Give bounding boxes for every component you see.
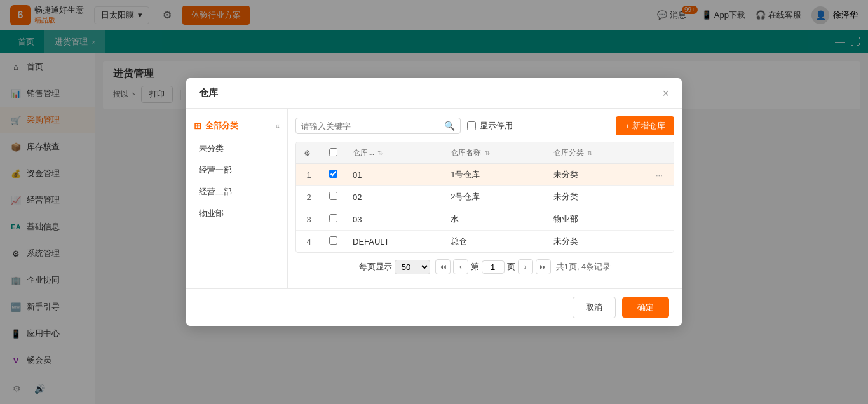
- category-title-label: 全部分类: [205, 120, 238, 131]
- col-settings[interactable]: ⚙: [296, 142, 322, 164]
- row-num: 1: [296, 164, 322, 186]
- page-navigation: ⏮ ‹ 第 页 › ⏭: [435, 259, 551, 274]
- row-more-icon[interactable]: ···: [656, 170, 663, 180]
- show-disabled-checkbox[interactable]: [467, 121, 476, 130]
- modal-content-area: 🔍 显示停用 + 新增仓库: [288, 109, 682, 288]
- first-page-button[interactable]: ⏮: [435, 259, 451, 274]
- per-page-label: 每页显示: [359, 261, 392, 273]
- modal-footer: 取消 确定: [186, 288, 682, 326]
- row-category: 物业部: [546, 208, 648, 231]
- modal-pagination: 每页显示 50 20 100 ⏮ ‹ 第 页 ›: [295, 253, 674, 281]
- row-category: 未分类: [546, 164, 648, 186]
- row-actions[interactable]: [648, 186, 674, 208]
- sort-icon-name: ⇅: [485, 149, 490, 156]
- grid-icon: ⊞: [194, 121, 201, 131]
- row-actions[interactable]: [648, 231, 674, 253]
- modal-sidebar-header: ⊞ 全部分类 «: [186, 116, 287, 138]
- search-input[interactable]: [301, 121, 444, 131]
- row-num: 2: [296, 186, 322, 208]
- row-num: 4: [296, 231, 322, 253]
- page-unit: 页: [507, 261, 515, 273]
- search-box: 🔍: [295, 118, 461, 134]
- col-category-label: 仓库分类: [553, 148, 584, 157]
- col-code-header: 仓库... ⇅: [345, 142, 443, 164]
- row-name: 总仓: [443, 231, 545, 253]
- warehouse-table: ⚙ 仓库... ⇅ 仓库名称 ⇅: [295, 142, 674, 253]
- row-num: 3: [296, 208, 322, 231]
- add-btn-label: 新增仓库: [632, 120, 665, 131]
- prev-page-button[interactable]: ‹: [453, 259, 468, 274]
- page-label: 第: [471, 261, 479, 273]
- page-summary: 共1页, 4条记录: [556, 261, 611, 273]
- last-page-button[interactable]: ⏭: [536, 259, 551, 274]
- modal-category-sidebar: ⊞ 全部分类 « 未分类 经营一部 经营二部 物业部: [186, 109, 288, 288]
- modal-toolbar: 🔍 显示停用 + 新增仓库: [295, 116, 674, 135]
- table-row[interactable]: 1 01 1号仓库 未分类 ···: [296, 164, 674, 186]
- col-category-header: 仓库分类 ⇅: [546, 142, 648, 164]
- table-row[interactable]: 3 03 水 物业部: [296, 208, 674, 231]
- col-name-label: 仓库名称: [451, 148, 481, 157]
- modal-header: 仓库 ×: [186, 78, 682, 109]
- modal-body: ⊞ 全部分类 « 未分类 经营一部 经营二部 物业部 🔍: [186, 109, 682, 288]
- show-disabled-label: 显示停用: [480, 120, 513, 131]
- collapse-button[interactable]: «: [275, 121, 280, 130]
- category-item-ops1[interactable]: 经营一部: [186, 159, 287, 181]
- plus-icon: +: [625, 121, 630, 131]
- confirm-button[interactable]: 确定: [622, 297, 669, 318]
- row-code: 03: [345, 208, 443, 231]
- row-actions[interactable]: ···: [648, 164, 674, 186]
- page-size-area: 每页显示 50 20 100: [359, 260, 430, 274]
- row-name: 水: [443, 208, 545, 231]
- col-name-header: 仓库名称 ⇅: [443, 142, 545, 164]
- table-row[interactable]: 2 02 2号仓库 未分类: [296, 186, 674, 208]
- col-code-label: 仓库...: [353, 148, 374, 157]
- per-page-select[interactable]: 50 20 100: [395, 260, 430, 274]
- page-input[interactable]: [482, 260, 505, 274]
- modal-sidebar-title: ⊞ 全部分类: [194, 120, 238, 131]
- row-checkbox[interactable]: [322, 164, 345, 186]
- row-name: 1号仓库: [443, 164, 545, 186]
- sort-icon-category: ⇅: [587, 149, 592, 156]
- warehouse-modal: 仓库 × ⊞ 全部分类 « 未分类 经营一部 经营二部 物业部: [186, 78, 682, 326]
- row-category: 未分类: [546, 231, 648, 253]
- col-actions-header: [648, 142, 674, 164]
- show-disabled-area: 显示停用: [467, 120, 513, 131]
- next-page-button[interactable]: ›: [518, 259, 533, 274]
- row-checkbox[interactable]: [322, 208, 345, 231]
- modal-title: 仓库: [199, 87, 218, 99]
- table-row[interactable]: 4 DEFAULT 总仓 未分类: [296, 231, 674, 253]
- search-icon[interactable]: 🔍: [444, 121, 455, 131]
- cancel-button[interactable]: 取消: [573, 297, 616, 318]
- modal-close-button[interactable]: ×: [662, 88, 669, 99]
- row-category: 未分类: [546, 186, 648, 208]
- row-checkbox[interactable]: [322, 186, 345, 208]
- category-item-property[interactable]: 物业部: [186, 203, 287, 224]
- row-checkbox[interactable]: [322, 231, 345, 253]
- row-code: 01: [345, 164, 443, 186]
- col-checkbox-header[interactable]: [322, 142, 345, 164]
- row-name: 2号仓库: [443, 186, 545, 208]
- modal-overlay: 仓库 × ⊞ 全部分类 « 未分类 经营一部 经营二部 物业部: [0, 0, 868, 404]
- select-all-checkbox[interactable]: [329, 148, 337, 156]
- sort-icon-code: ⇅: [377, 149, 383, 156]
- row-code: 02: [345, 186, 443, 208]
- row-code: DEFAULT: [345, 231, 443, 253]
- category-item-unclassified[interactable]: 未分类: [186, 138, 287, 159]
- row-actions[interactable]: [648, 208, 674, 231]
- category-item-ops2[interactable]: 经营二部: [186, 181, 287, 203]
- add-warehouse-button[interactable]: + 新增仓库: [616, 116, 674, 135]
